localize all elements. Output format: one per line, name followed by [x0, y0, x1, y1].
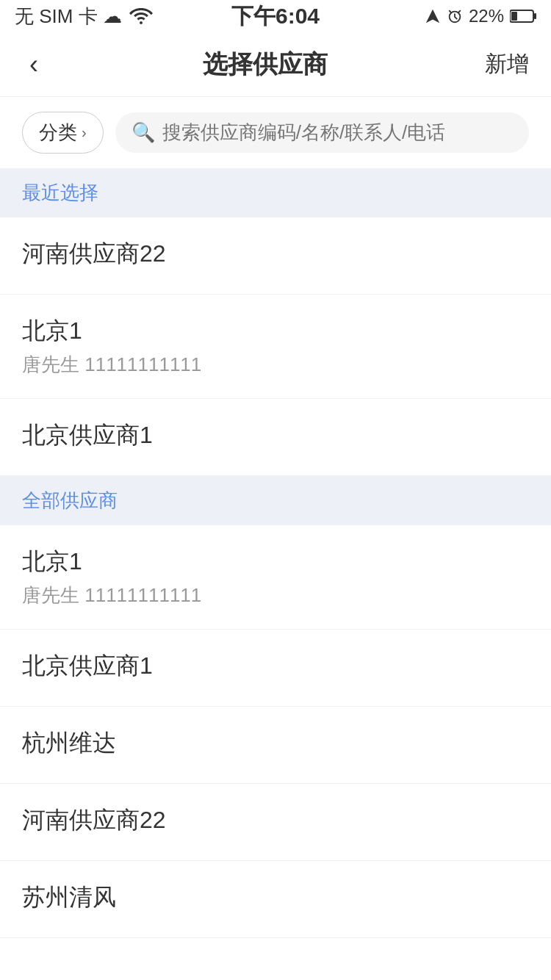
battery-label: 22% [469, 6, 504, 26]
item-name: 杭州维达 [22, 727, 529, 760]
list-item[interactable]: 北京1唐先生 11111111111 [0, 525, 551, 630]
all-list: 北京1唐先生 11111111111北京供应商1杭州维达河南供应商22苏州清风 [0, 525, 551, 938]
recent-section-label: 最近选择 [22, 181, 98, 203]
wifi-icon [129, 8, 153, 24]
sim-label: 无 SIM 卡 ☁ [15, 4, 122, 29]
search-input[interactable] [162, 121, 513, 144]
list-item[interactable]: 河南供应商22 [0, 217, 551, 295]
item-name: 河南供应商22 [22, 804, 529, 837]
category-label: 分类 [39, 120, 77, 145]
item-name: 北京供应商1 [22, 650, 529, 682]
item-sub: 唐先生 11111111111 [22, 352, 529, 378]
item-name: 河南供应商22 [22, 238, 529, 270]
page-title: 选择供应商 [203, 48, 328, 82]
item-sub: 唐先生 11111111111 [22, 583, 529, 608]
list-item[interactable]: 河南供应商22 [0, 784, 551, 861]
status-left: 无 SIM 卡 ☁ [15, 4, 153, 29]
location-icon [425, 8, 441, 24]
filter-bar: 分类 › 🔍 [0, 97, 551, 168]
status-time: 下午6:04 [231, 1, 320, 32]
nav-bar: ‹ 选择供应商 新增 [0, 32, 551, 97]
back-button[interactable]: ‹ [22, 42, 46, 87]
list-item[interactable]: 北京供应商1 [0, 399, 551, 476]
status-right: 22% [425, 6, 536, 26]
list-item[interactable]: 杭州维达 [0, 707, 551, 784]
category-button[interactable]: 分类 › [22, 112, 104, 154]
item-name: 苏州清风 [22, 882, 529, 914]
list-item[interactable]: 苏州清风 [0, 861, 551, 938]
recent-list: 河南供应商22北京1唐先生 11111111111北京供应商1 [0, 217, 551, 476]
list-item[interactable]: 北京供应商1 [0, 630, 551, 707]
search-icon: 🔍 [132, 121, 155, 144]
all-section-label: 全部供应商 [22, 489, 118, 511]
recent-section-header: 最近选择 [0, 168, 551, 217]
chevron-right-icon: › [82, 124, 87, 141]
status-bar: 无 SIM 卡 ☁ 下午6:04 22% [0, 0, 551, 32]
item-name: 北京供应商1 [22, 419, 529, 452]
alarm-icon [447, 8, 463, 24]
add-button[interactable]: 新增 [485, 49, 529, 79]
svg-rect-3 [511, 12, 517, 21]
search-box[interactable]: 🔍 [115, 112, 529, 153]
svg-rect-2 [534, 13, 536, 19]
battery-icon [510, 10, 536, 23]
item-name: 北京1 [22, 315, 529, 347]
list-item[interactable]: 北京1唐先生 11111111111 [0, 295, 551, 399]
all-section-header: 全部供应商 [0, 476, 551, 525]
item-name: 北京1 [22, 546, 529, 578]
